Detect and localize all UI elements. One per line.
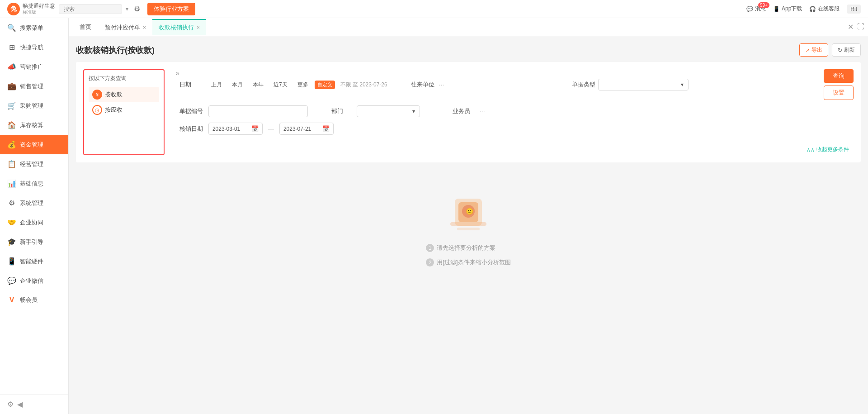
calendar-end-icon: 📅 [322, 125, 330, 132]
tab-prepay-close-icon[interactable]: × [143, 25, 146, 30]
sidebar-item-purchase[interactable]: 🛒 采购管理 [0, 96, 68, 115]
last-month-btn[interactable]: 上月 [208, 80, 226, 90]
verify-date-end[interactable]: 2023-07-21 📅 [279, 123, 334, 135]
filter-by-receivable[interactable]: ◷ 按应收 [89, 102, 159, 118]
guide-icon: 🎓 [7, 238, 16, 246]
last-7-days-btn[interactable]: 近7天 [270, 80, 291, 90]
app-download-button[interactable]: 📱 App下载 [773, 5, 802, 13]
sidebar-item-inventory[interactable]: 🏠 库存核算 [0, 115, 68, 135]
settings-button[interactable]: 设置 [824, 86, 854, 100]
more-date-btn[interactable]: 更多 [294, 80, 312, 90]
sidebar-item-label: 搜索菜单 [20, 24, 43, 32]
query-button[interactable]: 查询 [824, 69, 854, 83]
sidebar-item-member[interactable]: V 畅会员 [0, 290, 68, 309]
calendar-start-icon: 📅 [251, 125, 259, 132]
operation-icon: 📋 [7, 160, 16, 168]
tab-bar-expand-icon[interactable]: ⛶ [857, 23, 864, 31]
doc-type-select[interactable]: ▾ [598, 79, 689, 90]
filter-section-title: 按以下方案查询 [89, 75, 159, 82]
chevron-down-icon[interactable]: ▾ [126, 6, 128, 12]
this-year-btn[interactable]: 本年 [249, 80, 267, 90]
svg-rect-4 [450, 222, 486, 226]
sidebar-collapse-icon[interactable]: ◀ [17, 400, 23, 409]
service-icon: 🎧 [809, 6, 816, 12]
empty-hint-1: 请先选择要分析的方案 [437, 242, 495, 254]
receivable-icon: ◷ [92, 105, 102, 115]
staff-dots: ··· [480, 108, 485, 115]
sidebar-item-label: 智能硬件 [20, 257, 43, 266]
solution-button[interactable]: 体验行业方案 [147, 3, 195, 15]
tab-collection-label: 收款核销执行 [159, 24, 194, 32]
message-icon: 💬 [746, 6, 753, 12]
verify-date-start[interactable]: 2023-03-01 📅 [208, 123, 263, 135]
page-content: 收款核销执行(按收款) ↗ 导出 ↻ 刷新 按以下方案查询 [69, 36, 868, 414]
verify-date-end-value: 2023-07-21 [283, 126, 311, 132]
collapse-more: ∧∧ 收起更多条件 [179, 144, 854, 155]
doc-type-chevron-icon: ▾ [681, 81, 684, 88]
search-input[interactable] [59, 4, 122, 14]
marketing-icon: 📣 [7, 62, 16, 71]
this-month-btn[interactable]: 本月 [228, 80, 246, 90]
sidebar-item-marketing[interactable]: 📣 营销推广 [0, 57, 68, 76]
export-button[interactable]: ↗ 导出 [799, 43, 828, 57]
filter-fields: 日期 上月 本月 本年 近7天 更多 自定义 不限 至 2023-07-26 往… [179, 69, 854, 155]
sidebar-item-label: 库存核算 [20, 121, 43, 129]
sidebar-item-label: 销售管理 [20, 82, 43, 90]
partner-label: 往来单位 [411, 81, 434, 89]
date-buttons: 上月 本月 本年 近7天 更多 自定义 [208, 80, 335, 90]
filter-collapse-icon[interactable]: » [175, 69, 179, 155]
sidebar-item-sales[interactable]: 💼 销售管理 [0, 76, 68, 96]
user-avatar[interactable]: Rit [847, 5, 861, 14]
custom-badge: 自定义 [315, 81, 335, 89]
gear-icon[interactable]: ⚙ [134, 5, 140, 13]
tab-home[interactable]: 首页 [72, 19, 99, 35]
inventory-icon: 🏠 [7, 121, 16, 129]
sidebar-item-enterprise[interactable]: 🤝 企业协同 [0, 213, 68, 232]
brand-badge: 标准版 [23, 10, 55, 15]
collapse-more-button[interactable]: ∧∧ 收起更多条件 [802, 144, 854, 155]
sidebar-item-base-info[interactable]: 📊 基础信息 [0, 174, 68, 193]
staff-label: 业务员 [453, 107, 475, 115]
sidebar-item-hardware[interactable]: 📱 智能硬件 [0, 252, 68, 271]
tab-prepay-label: 预付冲应付单 [105, 24, 140, 32]
export-icon: ↗ [805, 47, 810, 53]
sidebar-item-label: 经营管理 [20, 160, 43, 168]
tab-prepay[interactable]: 预付冲应付单 × [99, 19, 152, 35]
tab-bar-actions: ✕ ⛶ [848, 23, 864, 31]
sales-icon: 💼 [7, 82, 16, 90]
message-button[interactable]: 💬 消息 99+ [746, 5, 766, 13]
date-label: 日期 [179, 81, 202, 89]
sidebar-item-search[interactable]: 🔍 搜索菜单 [0, 18, 68, 38]
online-service-button[interactable]: 🎧 在线客服 [809, 5, 840, 13]
sidebar-item-wechat[interactable]: 💬 企业微信 [0, 271, 68, 290]
filter-panel: 按以下方案查询 ¥ 按收款 ◷ 按应收 » 日期 [76, 62, 861, 162]
sidebar: 🔍 搜索菜单 ⊞ 快捷导航 📣 营销推广 💼 销售管理 🛒 采购管理 🏠 库存核… [0, 18, 69, 414]
sidebar-settings-icon[interactable]: ⚙ [7, 400, 14, 409]
sidebar-item-guide[interactable]: 🎓 新手引导 [0, 232, 68, 252]
doc-no-input[interactable] [208, 105, 308, 117]
dept-select[interactable]: ▾ [357, 105, 420, 117]
app-icon: 📱 [773, 6, 780, 12]
empty-hint-2: 用[过滤]条件来缩小分析范围 [437, 257, 510, 268]
sidebar-item-quick-nav[interactable]: ⊞ 快捷导航 [0, 38, 68, 57]
sidebar-item-label: 畅会员 [20, 296, 38, 304]
filter-options: 按以下方案查询 ¥ 按收款 ◷ 按应收 [83, 69, 165, 155]
filter-by-receipt[interactable]: ¥ 按收款 [89, 87, 159, 102]
topbar-right: 💬 消息 99+ 📱 App下载 🎧 在线客服 Rit [746, 5, 861, 14]
collapse-more-icon: ∧∧ [807, 147, 815, 153]
refresh-button[interactable]: ↻ 刷新 [832, 43, 861, 57]
verify-date-label: 核销日期 [179, 125, 203, 133]
tab-collection-close-icon[interactable]: × [197, 25, 200, 30]
filter-row-1: 日期 上月 本月 本年 近7天 更多 自定义 不限 至 2023-07-26 往… [179, 69, 854, 100]
tab-bar-close-icon[interactable]: ✕ [848, 23, 854, 31]
sidebar-item-finance[interactable]: 💰 资金管理 [0, 135, 68, 154]
sidebar-item-operation[interactable]: 📋 经营管理 [0, 154, 68, 174]
system-icon: ⚙ [7, 199, 16, 207]
home-icon: ⊞ [7, 43, 16, 52]
topbar-left: 兔 畅捷通好生意 标准版 ▾ ⚙ 体验行业方案 [7, 3, 195, 15]
refresh-icon: ↻ [838, 47, 842, 53]
tab-collection[interactable]: 收款核销执行 × [152, 19, 206, 35]
member-icon: V [7, 296, 16, 304]
sidebar-item-system[interactable]: ⚙ 系统管理 [0, 193, 68, 213]
hardware-icon: 📱 [7, 257, 16, 266]
